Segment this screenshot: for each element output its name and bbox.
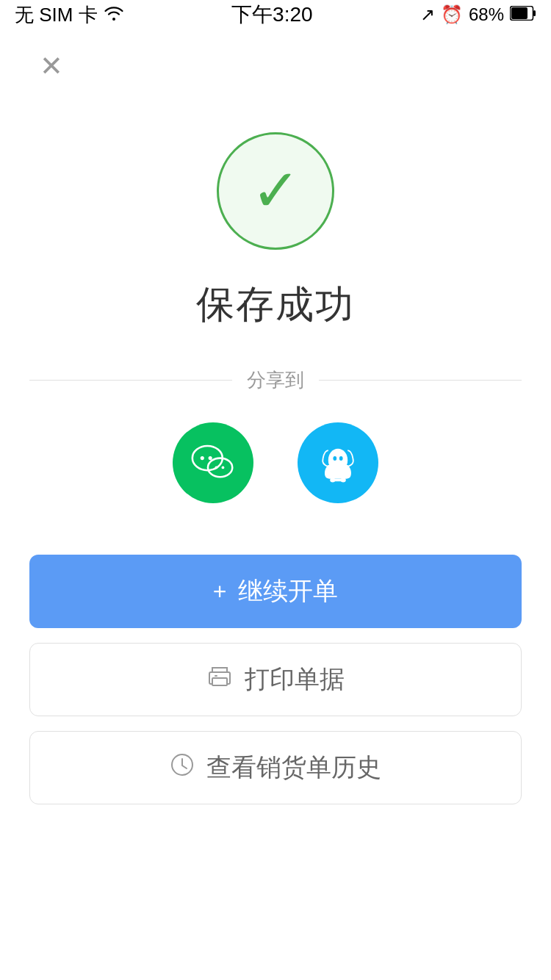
svg-point-4 — [201, 456, 204, 460]
action-buttons: + 继续开单 打印单据 查看销货单历史 — [29, 555, 522, 804]
print-label: 打印单据 — [245, 663, 345, 696]
history-button[interactable]: 查看销货单历史 — [29, 731, 522, 804]
print-icon — [206, 665, 233, 694]
share-label: 分享到 — [247, 367, 304, 393]
svg-point-8 — [222, 466, 225, 469]
battery-text: 68% — [469, 4, 504, 25]
wechat-icon — [190, 439, 237, 486]
status-right: ↗ ⏰ 68% — [420, 4, 536, 25]
alarm-icon: ⏰ — [441, 4, 463, 25]
svg-rect-1 — [511, 7, 527, 19]
location-icon: ↗ — [420, 4, 435, 25]
divider-left — [29, 380, 232, 381]
qq-icon — [316, 441, 360, 485]
wifi-icon — [104, 4, 124, 26]
share-icons — [173, 422, 378, 503]
success-circle: ✓ — [217, 132, 334, 250]
status-bar: 无 SIM 卡 下午3:20 ↗ ⏰ 68% — [0, 0, 551, 29]
history-icon — [170, 752, 195, 783]
svg-point-10 — [333, 456, 336, 461]
wechat-share-button[interactable] — [173, 422, 253, 503]
svg-point-7 — [215, 466, 218, 469]
plus-icon: + — [213, 578, 227, 605]
svg-rect-16 — [212, 678, 227, 685]
svg-point-5 — [209, 456, 212, 460]
status-left: 无 SIM 卡 — [15, 2, 124, 28]
svg-rect-2 — [533, 10, 536, 16]
svg-point-14 — [341, 478, 346, 482]
share-divider: 分享到 — [29, 367, 522, 393]
history-label: 查看销货单历史 — [206, 751, 381, 785]
continue-button[interactable]: + 继续开单 — [29, 555, 522, 628]
divider-right — [319, 380, 522, 381]
battery-icon — [510, 4, 536, 25]
carrier-text: 无 SIM 卡 — [15, 2, 98, 28]
qq-share-button[interactable] — [298, 422, 378, 503]
status-time: 下午3:20 — [231, 1, 313, 29]
success-title: 保存成功 — [196, 279, 355, 331]
check-icon: ✓ — [251, 162, 300, 220]
share-section: 分享到 — [29, 367, 522, 503]
svg-point-11 — [339, 456, 343, 461]
close-button[interactable]: ✕ — [29, 44, 73, 88]
continue-label: 继续开单 — [238, 574, 338, 608]
svg-rect-17 — [215, 675, 217, 677]
close-icon: ✕ — [40, 52, 63, 80]
svg-point-6 — [208, 458, 232, 478]
print-button[interactable]: 打印单据 — [29, 643, 522, 716]
svg-point-13 — [330, 478, 335, 482]
main-content: ✕ ✓ 保存成功 分享到 — [0, 29, 551, 980]
